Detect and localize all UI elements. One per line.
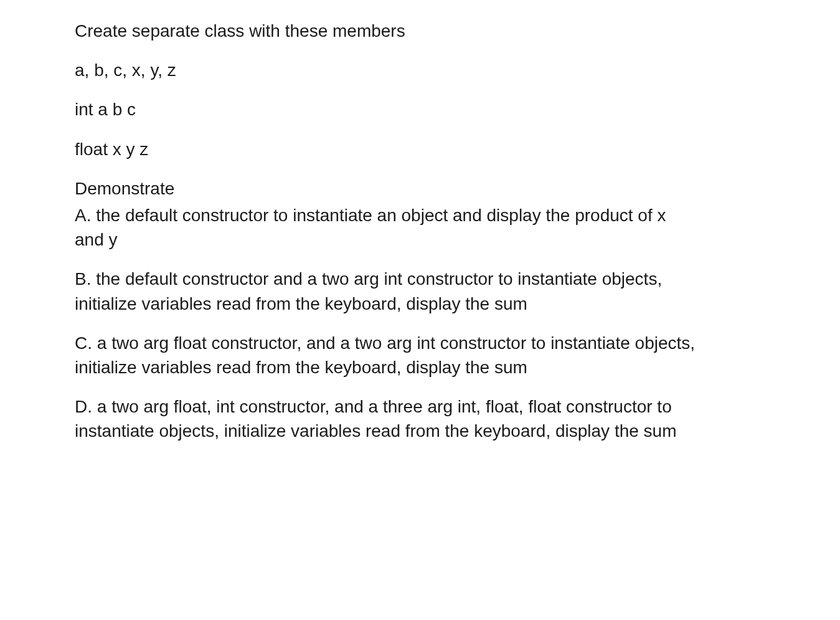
paragraph-intro: Create separate class with these members [75, 19, 697, 43]
paragraph-part-d: D. a two arg float, int constructor, and… [75, 394, 697, 443]
paragraph-demonstrate: Demonstrate A. the default constructor t… [75, 176, 697, 252]
document-body: Create separate class with these members… [0, 0, 772, 477]
paragraph-part-a: A. the default constructor to instantiat… [75, 203, 697, 252]
paragraph-int-members: int a b c [75, 97, 697, 122]
paragraph-float-members: float x y z [75, 137, 697, 161]
paragraph-part-b: B. the default constructor and a two arg… [75, 267, 697, 315]
paragraph-part-c: C. a two arg float constructor, and a tw… [75, 331, 697, 379]
demonstrate-heading: Demonstrate [75, 176, 697, 201]
paragraph-members: a, b, c, x, y, z [75, 58, 697, 82]
